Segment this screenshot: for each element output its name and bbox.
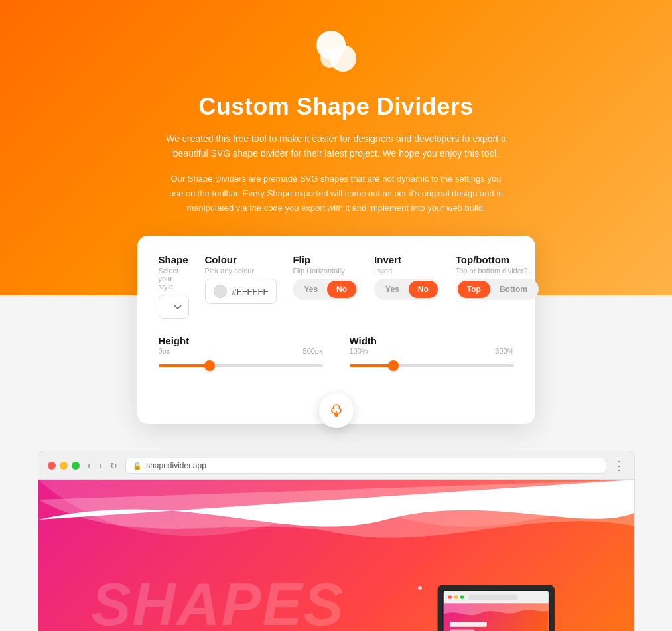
width-min: 100% <box>350 347 368 355</box>
invert-yes-button[interactable]: Yes <box>376 281 409 298</box>
svg-rect-18 <box>450 622 487 626</box>
browser-navigation: ‹ › ↻ <box>86 460 119 471</box>
colour-picker[interactable]: #FFFFFF <box>205 279 277 304</box>
height-range-labels: 0px 500px <box>159 347 323 355</box>
maximize-dot[interactable] <box>72 462 80 470</box>
invert-control: Invert Invert Yes No <box>374 254 440 300</box>
colour-swatch <box>214 285 227 298</box>
preview-area: SHAPES We love This is an example web pa… <box>38 480 635 631</box>
url-text: shapedivider.app <box>146 461 206 470</box>
top-button[interactable]: Top <box>458 281 490 298</box>
topbottom-control: Top/bottom Top or bottom divider? Top Bo… <box>456 254 539 300</box>
invert-label: Invert <box>374 254 440 265</box>
computer-illustration <box>356 573 581 631</box>
lock-icon: 🔒 <box>133 462 142 470</box>
topbottom-sublabel: Top or bottom divider? <box>456 267 539 275</box>
svg-point-14 <box>454 595 458 599</box>
download-button[interactable] <box>319 393 354 428</box>
shape-sublabel: Select your style <box>159 267 189 291</box>
logo <box>310 27 363 80</box>
download-icon <box>328 403 344 419</box>
header-description2: Our Shape Dividers are premade SVG shape… <box>164 172 509 216</box>
svg-rect-16 <box>468 595 517 600</box>
flip-label: Flip <box>293 254 358 265</box>
flip-yes-button[interactable]: Yes <box>295 281 327 298</box>
sliders-row: Height 0px 500px Width 100% 300% <box>159 335 514 370</box>
topbottom-toggle: Top Bottom <box>456 279 539 300</box>
svg-point-13 <box>448 595 452 599</box>
height-slider[interactable] <box>159 364 323 367</box>
control-panel: Shape Select your style Waves Mountains … <box>137 236 535 424</box>
colour-control: Colour Pick any colour #FFFFFF <box>205 254 277 304</box>
invert-toggle: Yes No <box>374 279 440 300</box>
height-max: 500px <box>303 347 323 355</box>
forward-button[interactable]: › <box>98 460 103 471</box>
header-description: We created this free tool to make it eas… <box>157 131 515 161</box>
flip-sublabel: Flip Horizontally <box>293 267 358 275</box>
flip-control: Flip Flip Horizontally Yes No <box>293 254 358 300</box>
browser-menu-icon[interactable]: ⋮ <box>613 458 625 473</box>
invert-sublabel: Invert <box>374 267 440 275</box>
svg-point-15 <box>460 595 464 599</box>
colour-value: #FFFFFF <box>232 287 269 297</box>
width-max: 300% <box>495 347 513 355</box>
page-title: Custom Shape Dividers <box>13 93 659 121</box>
browser-mockup: ‹ › ↻ 🔒 shapedivider.app ⋮ <box>25 451 648 631</box>
minimize-dot[interactable] <box>60 462 68 470</box>
invert-no-button[interactable]: No <box>409 281 438 298</box>
bottom-button[interactable]: Bottom <box>490 281 537 298</box>
flip-no-button[interactable]: No <box>327 281 356 298</box>
browser-window-buttons <box>48 462 80 470</box>
shape-control: Shape Select your style Waves Mountains … <box>159 254 189 319</box>
height-control: Height 0px 500px <box>159 335 323 370</box>
shape-label: Shape <box>159 254 189 265</box>
back-button[interactable]: ‹ <box>86 460 92 471</box>
svg-point-2 <box>320 49 339 68</box>
height-min: 0px <box>159 347 170 355</box>
height-label: Height <box>159 335 190 346</box>
width-control: Width 100% 300% <box>350 335 514 370</box>
close-dot[interactable] <box>48 462 56 470</box>
flip-toggle: Yes No <box>293 279 358 300</box>
preview-text: SHAPES We love This is an example web pa… <box>92 575 345 631</box>
browser-toolbar: ‹ › ↻ 🔒 shapedivider.app ⋮ <box>38 451 635 480</box>
address-bar[interactable]: 🔒 shapedivider.app <box>125 458 606 474</box>
width-label: Width <box>350 335 377 346</box>
topbottom-label: Top/bottom <box>456 254 539 265</box>
preview-content: SHAPES We love This is an example web pa… <box>38 480 634 631</box>
shape-select[interactable]: Waves Mountains Clouds Zigzag <box>159 295 189 319</box>
colour-sublabel: Pick any colour <box>205 267 277 275</box>
illustration-side <box>345 573 581 631</box>
download-wrap <box>159 376 514 411</box>
width-range-labels: 100% 300% <box>350 347 514 355</box>
controls-row-1: Shape Select your style Waves Mountains … <box>159 254 514 319</box>
colour-label: Colour <box>205 254 277 265</box>
width-slider[interactable] <box>350 364 514 367</box>
preview-bg-text: SHAPES <box>92 575 345 631</box>
refresh-button[interactable]: ↻ <box>109 462 119 470</box>
